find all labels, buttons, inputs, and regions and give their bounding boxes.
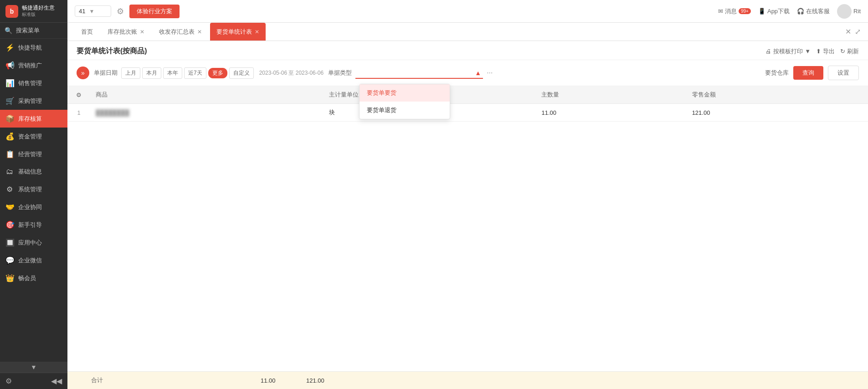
table-header-row: ⚙ 商品 主计量单位 主数量 零售金额 <box>67 86 868 104</box>
filter-more-icon[interactable]: ··· <box>487 69 493 77</box>
footer-amount: 121.00 <box>301 377 346 384</box>
cell-product: ████████ <box>90 104 324 122</box>
marketing-icon: 📢 <box>5 61 14 70</box>
export-label: 导出 <box>823 47 835 56</box>
business-icon: 📋 <box>5 150 14 159</box>
tab-order-stats[interactable]: 要货单统计表 ✕ <box>210 23 266 41</box>
this-year-btn[interactable]: 本年 <box>163 67 182 79</box>
sidebar-item-label: 新手引导 <box>18 221 42 229</box>
settings-icon[interactable]: ⚙ <box>5 377 12 385</box>
more-btn[interactable]: 更多 <box>208 68 227 78</box>
sidebar-item-business[interactable]: 📋 经营管理 <box>0 145 67 163</box>
custom-btn[interactable]: 自定义 <box>229 67 254 79</box>
setup-button[interactable]: 设置 <box>828 66 859 80</box>
sidebar-item-purchase[interactable]: 🛒 采购管理 <box>0 92 67 110</box>
tab-receipt-summary[interactable]: 收发存汇总表 ✕ <box>153 23 208 41</box>
tabs-bar: 首页 库存批次账 ✕ 收发存汇总表 ✕ 要货单统计表 ✕ ✕ ⤢ <box>67 23 868 41</box>
sidebar-item-sales[interactable]: 📊 销售管理 <box>0 74 67 92</box>
last-month-btn[interactable]: 上月 <box>121 67 140 79</box>
col-amount: 零售金额 <box>687 86 868 104</box>
search-menu[interactable]: 🔍 搜索菜单 <box>0 23 67 39</box>
sidebar-item-guide[interactable]: 🎯 新手引导 <box>0 216 67 234</box>
data-table: ⚙ 商品 主计量单位 主数量 零售金额 1 ████████ 块 11. <box>67 86 868 122</box>
sidebar-item-finance[interactable]: 💰 资金管理 <box>0 128 67 145</box>
sidebar-item-wechat[interactable]: 💬 企业微信 <box>0 251 67 269</box>
date-label: 单据日期 <box>94 69 118 77</box>
close-tab-inventory-batch-icon[interactable]: ✕ <box>140 29 144 35</box>
print-button[interactable]: 🖨 按模板打印 ▼ <box>765 47 811 56</box>
tab-order-stats-label: 要货单统计表 <box>216 28 252 36</box>
export-icon: ⬆ <box>816 48 821 55</box>
sidebar-item-label: 畅会员 <box>18 274 36 282</box>
export-button[interactable]: ⬆ 导出 <box>816 47 835 56</box>
type-filter-group: 单据类型 ▲ ··· <box>328 67 760 79</box>
app-download-item[interactable]: 📱 App下载 <box>758 7 790 15</box>
tab-inventory-batch[interactable]: 库存批次账 ✕ <box>101 23 151 41</box>
cell-quantity: 11.00 <box>536 104 686 122</box>
expand-tab-icon[interactable]: ⤢ <box>855 27 861 36</box>
table-wrapper: ⚙ 商品 主计量单位 主数量 零售金额 1 ████████ 块 11. <box>67 86 868 371</box>
type-input[interactable] <box>355 67 483 79</box>
wechat-icon: 💬 <box>5 256 14 265</box>
messages-badge: 99+ <box>739 8 751 14</box>
col-settings-icon[interactable]: ⚙ <box>67 86 90 104</box>
date-filter-group: 单据日期 上月 本月 本年 近7天 更多 自定义 2023-05-06 至 20… <box>94 67 324 79</box>
date-range: 2023-05-06 至 2023-06-06 <box>259 69 324 77</box>
refresh-button[interactable]: ↻ 刷新 <box>840 47 859 56</box>
page-actions: 🖨 按模板打印 ▼ ⬆ 导出 ↻ 刷新 <box>765 47 859 56</box>
sidebar-item-vip[interactable]: 👑 畅会员 <box>0 269 67 287</box>
type-label: 单据类型 <box>328 69 352 77</box>
vip-icon: 👑 <box>5 274 14 282</box>
footer-label: 合计 <box>73 376 164 384</box>
messages-item[interactable]: ✉ 消息 99+ <box>718 7 751 15</box>
sidebar-item-basic[interactable]: 🗂 基础信息 <box>0 163 67 180</box>
col-quantity: 主数量 <box>536 86 686 104</box>
filter-bar: » 单据日期 上月 本月 本年 近7天 更多 自定义 2023-05-06 至 … <box>67 60 868 86</box>
sidebar: b 畅捷通好生意 标准版 🔍 搜索菜单 ⚡ 快捷导航 📢 营销推广 📊 销售管理… <box>0 0 67 389</box>
type-dropdown-arrow-icon[interactable]: ▲ <box>475 69 481 77</box>
close-tab-order-stats-icon[interactable]: ✕ <box>255 29 259 35</box>
logo-badge: 标准版 <box>22 11 55 18</box>
topbar: 41 ▼ ⚙ 体验行业方案 ✉ 消息 99+ 📱 App下载 🎧 在线客服 R <box>67 0 868 23</box>
type-dropdown: 要货单要货 要货单退货 <box>359 84 450 119</box>
logo: b 畅捷通好生意 标准版 <box>0 0 67 23</box>
sidebar-item-quick-nav[interactable]: ⚡ 快捷导航 <box>0 39 67 56</box>
inventory-icon: 📦 <box>5 114 14 123</box>
sidebar-item-label: 采购管理 <box>18 97 42 105</box>
sidebar-item-label: 销售管理 <box>18 79 42 87</box>
close-all-tabs-icon[interactable]: ✕ <box>845 27 851 36</box>
online-service-item[interactable]: 🎧 在线客服 <box>797 7 830 15</box>
company-selector[interactable]: 41 ▼ <box>75 5 111 17</box>
dropdown-item-order-request[interactable]: 要货单要货 <box>360 84 450 102</box>
dropdown-item-order-return[interactable]: 要货单退货 <box>360 102 450 119</box>
sidebar-item-app-center[interactable]: 🔲 应用中心 <box>0 234 67 251</box>
sidebar-item-marketing[interactable]: 📢 营销推广 <box>0 56 67 74</box>
sidebar-item-inventory[interactable]: 📦 库存核算 <box>0 110 67 128</box>
last-7-days-btn[interactable]: 近7天 <box>184 67 206 79</box>
sidebar-item-label: 经营管理 <box>18 150 42 159</box>
sidebar-item-label: 系统管理 <box>18 185 42 194</box>
filter-expand-button[interactable]: » <box>77 67 89 79</box>
user-profile[interactable]: Rit <box>837 4 861 19</box>
sidebar-item-system[interactable]: ⚙ 系统管理 <box>0 180 67 198</box>
quick-nav-icon: ⚡ <box>5 43 14 52</box>
guide-icon: 🎯 <box>5 220 14 229</box>
sidebar-scroll-down[interactable]: ▼ <box>0 362 67 373</box>
close-tab-receipt-summary-icon[interactable]: ✕ <box>197 29 202 35</box>
this-month-btn[interactable]: 本月 <box>142 67 161 79</box>
cell-index: 1 <box>67 104 90 122</box>
sidebar-item-label: 库存核算 <box>18 115 42 123</box>
sidebar-item-label: 资金管理 <box>18 133 42 141</box>
tab-home[interactable]: 首页 <box>75 23 99 41</box>
refresh-icon: ↻ <box>840 48 845 55</box>
trial-button[interactable]: 体验行业方案 <box>129 5 180 18</box>
topbar-left: 41 ▼ ⚙ 体验行业方案 <box>75 5 180 18</box>
footer-quantity: 11.00 <box>255 377 301 384</box>
query-button[interactable]: 查询 <box>793 66 823 80</box>
sidebar-item-enterprise[interactable]: 🤝 企业协同 <box>0 198 67 216</box>
collapse-icon[interactable]: ◀◀ <box>51 377 62 385</box>
tab-receipt-summary-label: 收发存汇总表 <box>159 28 195 36</box>
sales-icon: 📊 <box>5 79 14 87</box>
logo-icon: b <box>5 5 18 18</box>
topbar-settings-icon[interactable]: ⚙ <box>117 6 124 16</box>
